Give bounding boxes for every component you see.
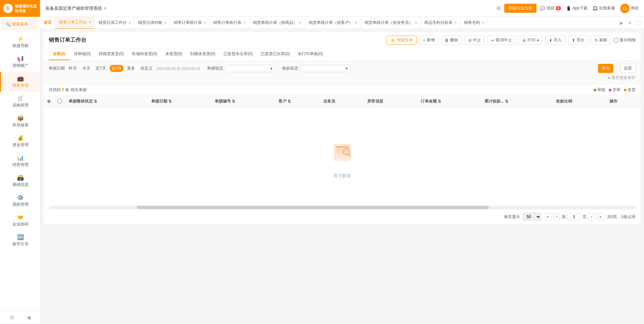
sub-tab-not-shipped[interactable]: 未发货(0) <box>161 48 186 60</box>
first-page-btn[interactable]: « <box>544 213 552 220</box>
app-download-action[interactable]: 📱 App下载 <box>566 5 588 11</box>
next-page-btn[interactable]: › <box>588 213 595 220</box>
horizontal-scrollbar[interactable] <box>49 206 636 209</box>
tabs-overflow-btn[interactable]: ▶ <box>618 19 625 26</box>
date-filter-1month[interactable]: 近1月 <box>110 65 124 72</box>
sub-tab-pending-inspect[interactable]: 待拣货发货(0) <box>95 48 128 60</box>
sidebar-item-marketing[interactable]: 📢营销推广 <box>0 52 40 72</box>
th-amount[interactable]: 订单金额⇅ <box>417 96 481 107</box>
tab-close-icon[interactable]: ✕ <box>482 21 484 25</box>
sidebar-item-sales[interactable]: 💼销售管理 <box>0 72 40 92</box>
last-page-btn[interactable]: » <box>597 213 604 220</box>
tab-sales-stat-salesperson[interactable]: 销货单统计表（按业务员）✕ <box>361 17 421 29</box>
tab-home[interactable]: 首页 <box>40 17 55 29</box>
collapse-sidebar-icon[interactable]: ◀ <box>27 314 31 321</box>
settings-filter-btn[interactable]: 设置 <box>620 64 636 73</box>
sub-tab-shipped-not-out[interactable]: 已发货未出库(0) <box>219 48 257 60</box>
review-action-btn[interactable]: 审核 <box>594 87 605 93</box>
sub-tab-wangpu-pending[interactable]: 旺铺待发货(0) <box>128 48 161 60</box>
scrollbar-thumb[interactable] <box>137 206 489 209</box>
stop-btn[interactable]: ⊘ 中止 <box>465 36 485 45</box>
show-detail-checkbox[interactable] <box>614 38 618 42</box>
page-header-actions: ⭐ 智能生单 + 新增 🗑 删除 ⊘ 中止 <box>387 36 636 45</box>
tab-close-icon[interactable]: ✕ <box>415 21 417 25</box>
tabs-fullscreen-btn[interactable]: ⛶ <box>635 19 642 26</box>
tab-sales-stat-customer[interactable]: 销货单统计表（按客户）✕ <box>305 17 361 29</box>
date-filter-7days[interactable]: 近7天 <box>94 65 108 72</box>
cancel-stop-btn[interactable]: ↩ 取消中止 <box>487 36 516 45</box>
refresh-btn[interactable]: ↻ 刷新 <box>591 36 611 45</box>
th-status[interactable]: 单据整体状态⇅ <box>65 96 148 107</box>
sidebar-item-basic[interactable]: 🗃️基础信息 <box>0 171 40 191</box>
tab-sales-order[interactable]: 销售订单工作台✕ <box>55 17 95 29</box>
user-action[interactable]: Ea 用友 <box>620 4 639 13</box>
cancel-review-action-btn[interactable]: 弃审 <box>609 87 620 93</box>
tab-close-icon[interactable]: ✕ <box>128 21 131 25</box>
date-filter-yesterday[interactable]: 昨天 <box>67 65 79 72</box>
tabs-close-all-btn[interactable]: ✕ <box>627 19 633 26</box>
date-filter-custom[interactable]: 自定义 <box>138 65 155 72</box>
tab-sales-stats[interactable]: 销售订单统计表✕ <box>170 17 210 29</box>
export-btn[interactable]: ⬆ 导出 <box>568 36 588 45</box>
th-exception[interactable]: 异常信息 <box>364 96 417 107</box>
sidebar-item-finance[interactable]: 💰资金管理 <box>0 131 40 151</box>
tab-close-icon[interactable]: ✕ <box>89 21 91 24</box>
select-all-checkbox[interactable] <box>57 99 62 103</box>
page-size-select[interactable]: 50 100 200 <box>523 213 541 221</box>
new-btn[interactable]: + 新增 <box>419 36 438 45</box>
sidebar-item-operation[interactable]: 📊经营管理 <box>0 151 40 171</box>
sub-tab-not-printed[interactable]: 未打印单据(0) <box>294 48 327 60</box>
tab-close-icon[interactable]: ✕ <box>299 21 302 25</box>
tab-close-icon[interactable]: ✕ <box>204 21 206 25</box>
sidebar-item-guide[interactable]: 🆕新手引导 <box>0 231 40 250</box>
sidebar-item-system[interactable]: ⚙️系统管理 <box>0 191 40 211</box>
empty-state: 暂无数据 <box>44 107 641 206</box>
tab-close-icon[interactable]: ✕ <box>355 21 357 25</box>
tab-cash-daily[interactable]: 钱货日清工作台✕ <box>95 17 135 29</box>
date-filter-more[interactable]: 更多 <box>125 65 137 72</box>
system-dropdown-icon[interactable]: ▾ <box>104 6 106 11</box>
sidebar-item-enterprise[interactable]: 🤝企业协同 <box>0 211 40 231</box>
status-filter-select[interactable]: ▾ <box>225 65 275 72</box>
sub-tab-all[interactable]: 全部(0) <box>49 48 70 60</box>
tab-sales-exec[interactable]: 销售订单执行表✕ <box>210 17 250 29</box>
prev-page-btn[interactable]: ‹ <box>553 213 560 220</box>
th-date[interactable]: 单据日期⇅ <box>148 96 212 107</box>
sidebar-item-quick-nav[interactable]: ⚡快捷导航 <box>0 32 40 52</box>
message-action[interactable]: 💬 消息 6 <box>540 5 561 11</box>
delete-btn[interactable]: 🗑 删除 <box>441 36 462 45</box>
search-menu-button[interactable]: 🔍 搜索菜单 <box>3 19 37 29</box>
online-service-action[interactable]: 🎧 在线客服 <box>593 5 615 11</box>
payment-filter-select[interactable]: ▾ <box>300 65 351 72</box>
tab-product-margin[interactable]: 商品毛利分析表✕ <box>421 17 461 29</box>
settings-icon[interactable]: ⚙ <box>496 5 501 11</box>
tab-sales-profit[interactable]: 销售毛利✕ <box>461 17 488 29</box>
tab-close-icon[interactable]: ✕ <box>454 21 457 25</box>
th-received[interactable]: 累计收款...⇅ <box>481 96 553 107</box>
sidebar-item-inventory[interactable]: 📦库存核算 <box>0 112 40 131</box>
tab-cash-account[interactable]: 钱货日清对账✕ <box>135 17 170 29</box>
ship-action-btn[interactable]: 发货 <box>624 87 636 93</box>
sub-tab-pending-review[interactable]: 待审核(0) <box>70 48 95 60</box>
show-detail-label[interactable]: 显示明细 <box>614 37 636 43</box>
industry-btn[interactable]: 体验行业方案 <box>504 4 536 13</box>
tab-close-icon[interactable]: ✕ <box>164 21 167 25</box>
th-number[interactable]: 单据编号⇅ <box>211 96 275 107</box>
sidebar-item-purchase[interactable]: 🛒采购管理 <box>0 92 40 112</box>
expand-filter-btn[interactable]: ▾ 展开更多条件 <box>608 75 636 81</box>
th-checkbox[interactable] <box>54 96 65 107</box>
page-input[interactable] <box>567 213 581 220</box>
sub-tab-expired-not-shipped[interactable]: 到期未发货(0) <box>186 48 219 60</box>
th-settings[interactable]: ⚙ <box>44 96 54 107</box>
print-btn[interactable]: 🖨 打印 ▾ <box>518 36 543 45</box>
smart-generate-btn[interactable]: ⭐ 智能生单 <box>387 36 417 45</box>
th-salesperson[interactable]: 业务员 <box>320 96 364 107</box>
import-btn[interactable]: ⬇ 导入 <box>545 36 565 45</box>
sub-tab-shipped-out[interactable]: 已发货已出库(0) <box>257 48 294 60</box>
tab-sales-stat-product[interactable]: 销货单统计表（按商品）✕ <box>250 17 305 29</box>
settings-bottom-icon[interactable]: ⚙ <box>9 314 14 321</box>
th-customer[interactable]: 客户⇅ <box>275 96 320 107</box>
tab-close-icon[interactable]: ✕ <box>243 21 246 25</box>
query-btn[interactable]: 查询 <box>598 64 613 73</box>
date-filter-today[interactable]: 今天 <box>80 65 92 72</box>
